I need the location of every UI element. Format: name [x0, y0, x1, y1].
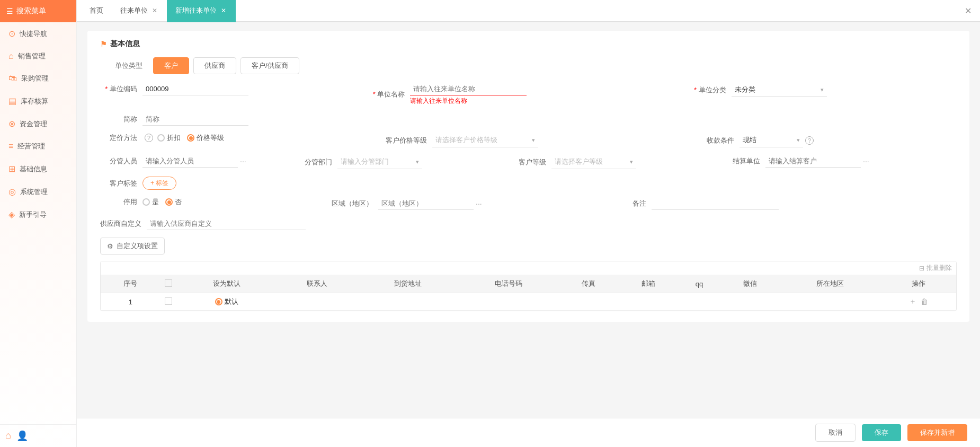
code-label: 单位编码: [100, 84, 142, 94]
tab-partner-list[interactable]: 往来单位✕: [112, 0, 167, 22]
main-area: 首页往来单位✕新增往来单位✕ ✕ ⚑ 基本信息 单位类型 客户供应商客户/供应商…: [77, 0, 980, 447]
sidebar-item-inventory[interactable]: ▤库存核算: [0, 90, 76, 112]
type-btn-customer[interactable]: 客户: [153, 57, 189, 74]
remarks-input[interactable]: [652, 197, 779, 210]
field-customer-level: 客户等级 请选择客户等级 ▾: [509, 155, 723, 169]
row-email: [619, 293, 679, 311]
default-radio[interactable]: [215, 298, 222, 305]
row-manager: 分管人员 ··· 分管部门 请输入分管部门 ▾ 客户等级 请选择客户等级 ▾: [100, 155, 957, 169]
radio-circle-price-level: [187, 134, 194, 142]
user-icon[interactable]: 👤: [16, 430, 28, 442]
sidebar-item-sales[interactable]: ⌂销售管理: [0, 45, 76, 67]
customer-price-chevron-icon: ▾: [532, 137, 535, 144]
row-default[interactable]: 默认: [176, 293, 277, 311]
col-header-6: 传真: [559, 275, 619, 293]
disabled-radio-no[interactable]: 否: [165, 197, 182, 207]
close-tab-new-partner[interactable]: ✕: [220, 6, 227, 15]
field-remarks: 备注: [609, 197, 957, 210]
payment-select[interactable]: 现结 ▾: [740, 133, 803, 147]
home-icon[interactable]: ⌂: [5, 430, 11, 442]
sidebar-item-operations[interactable]: ≡经营管理: [0, 135, 76, 157]
tab-home[interactable]: 首页: [81, 0, 112, 22]
table-header-bar: ⊟ 批量删除: [101, 261, 956, 275]
pricing-label: 定价方法: [100, 133, 142, 143]
field-supplier-custom: 供应商自定义: [100, 217, 957, 230]
sidebar-item-system[interactable]: ◎系统管理: [0, 180, 76, 203]
name-input[interactable]: [410, 83, 527, 95]
name-error-msg: 请输入往来单位名称: [410, 97, 527, 106]
save-button[interactable]: 保存: [862, 424, 901, 441]
manager-input[interactable]: [142, 155, 238, 168]
col-header-2: 设为默认: [176, 275, 277, 293]
code-input[interactable]: [142, 83, 248, 95]
save-new-button[interactable]: 保存并新增: [907, 424, 967, 441]
short-name-input[interactable]: [142, 113, 248, 126]
sidebar-item-quick-nav[interactable]: ⊙快捷导航: [0, 22, 76, 45]
dept-select[interactable]: 请输入分管部门 ▾: [337, 155, 422, 169]
sidebar-label-operations: 经营管理: [17, 142, 45, 151]
pricing-radio-price-level[interactable]: 价格等级: [187, 133, 224, 143]
sidebar-label-sales: 销售管理: [18, 51, 46, 61]
select-all-checkbox[interactable]: [165, 279, 172, 287]
tab-bar: 首页往来单位✕新增往来单位✕ ✕: [77, 0, 980, 22]
col-header-3: 联系人: [277, 275, 358, 293]
field-region: 区域（地区） ···: [332, 197, 609, 210]
payment-chevron-icon: ▾: [797, 137, 800, 144]
batch-delete-button[interactable]: ⊟ 批量删除: [919, 264, 952, 273]
disabled-radio-yes[interactable]: 是: [142, 197, 159, 207]
pricing-radio-discount[interactable]: 折扣: [157, 133, 181, 143]
custom-settings-button[interactable]: ⚙ 自定义项设置: [100, 238, 165, 255]
delete-row-icon[interactable]: 🗑: [921, 297, 928, 306]
row-pricing: 定价方法 ? 折扣价格等级 客户价格等级 请选择客户价格等级 ▾ 收款条件 现结…: [100, 133, 957, 147]
col-header-5: 电话号码: [458, 275, 559, 293]
sidebar-item-guide[interactable]: ◈新手引导: [0, 203, 76, 226]
payment-help-icon[interactable]: ?: [805, 136, 814, 145]
row-checkbox[interactable]: [165, 297, 172, 305]
field-category: 单位分类 未分类 ▾: [689, 83, 957, 97]
sidebar: ☰ 搜索菜单 ⊙快捷导航⌂销售管理🛍采购管理▤库存核算⊗资金管理≡经营管理⊞基础…: [0, 0, 77, 447]
basic-info-icon: ⊞: [8, 164, 15, 174]
type-btn-supplier[interactable]: 供应商: [193, 57, 236, 74]
sidebar-item-basic-info[interactable]: ⊞基础信息: [0, 157, 76, 180]
region-input[interactable]: [378, 197, 474, 210]
add-tag-button[interactable]: + 标签: [142, 177, 176, 190]
section-title: ⚑ 基本信息: [100, 39, 957, 49]
tab-label-partner-list: 往来单位: [120, 6, 148, 15]
sidebar-item-purchase[interactable]: 🛍采购管理: [0, 67, 76, 90]
row-address: [358, 293, 458, 311]
row-qq: [679, 293, 720, 311]
short-name-label: 简称: [100, 115, 142, 124]
row-actions: ＋ 🗑: [880, 293, 956, 311]
customer-level-select[interactable]: 请选择客户等级 ▾: [551, 155, 636, 169]
cancel-button[interactable]: 取消: [815, 424, 856, 442]
category-select[interactable]: 未分类 ▾: [732, 83, 827, 97]
supplier-custom-input[interactable]: [147, 217, 306, 230]
tab-new-partner[interactable]: 新增往来单位✕: [167, 0, 236, 22]
form-card: ⚑ 基本信息 单位类型 客户供应商客户/供应商 单位编码 单位名称 请输入往: [87, 31, 969, 322]
region-more-icon[interactable]: ···: [474, 199, 484, 208]
pricing-help-icon[interactable]: ?: [145, 134, 153, 142]
dept-label: 分管部门: [295, 157, 337, 167]
remarks-label: 备注: [609, 199, 652, 208]
customer-price-label: 客户价格等级: [386, 136, 432, 145]
close-tab-partner-list[interactable]: ✕: [151, 6, 158, 15]
manager-label: 分管人员: [100, 156, 142, 166]
row-short-name: 简称: [100, 113, 957, 126]
field-manager: 分管人员 ···: [100, 155, 295, 168]
search-icon: ☰: [6, 7, 13, 15]
row-contact: [277, 293, 358, 311]
customer-price-select[interactable]: 请选择客户价格等级 ▾: [432, 133, 538, 147]
settlement-label: 结算单位: [723, 156, 765, 166]
type-btn-both[interactable]: 客户/供应商: [240, 57, 299, 74]
settlement-input[interactable]: [765, 155, 861, 168]
sales-icon: ⌂: [8, 51, 14, 61]
sidebar-item-finance[interactable]: ⊗资金管理: [0, 112, 76, 135]
sidebar-search[interactable]: ☰ 搜索菜单: [0, 0, 76, 22]
add-row-icon[interactable]: ＋: [909, 297, 916, 306]
settlement-more-icon[interactable]: ···: [861, 157, 871, 165]
row-code-name-category: 单位编码 单位名称 请输入往来单位名称 单位分类 未分类 ▾: [100, 83, 957, 106]
manager-more-icon[interactable]: ···: [238, 157, 248, 165]
close-window-button[interactable]: ✕: [960, 6, 976, 16]
row-checkbox-cell[interactable]: [161, 293, 176, 311]
settings-icon: ⚙: [107, 242, 113, 250]
